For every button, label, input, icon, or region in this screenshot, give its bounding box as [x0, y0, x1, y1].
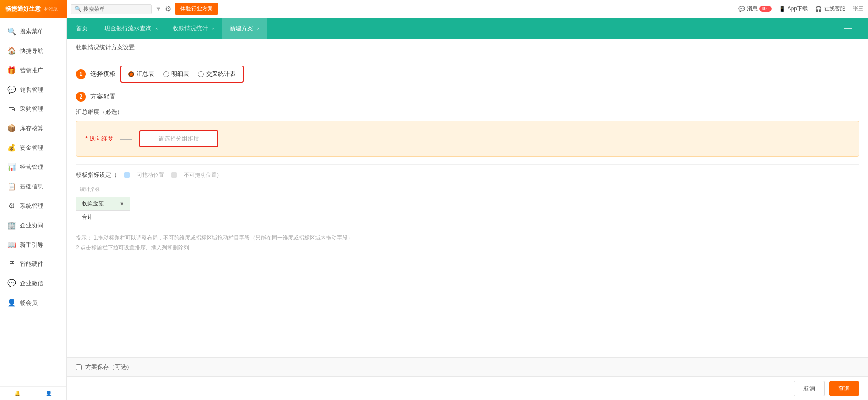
download-btn[interactable]: 📱 App下载 [779, 5, 808, 13]
sidebar-item-label: 搜索菜单 [20, 28, 43, 36]
save-plan-checkbox[interactable] [76, 364, 82, 370]
radio-crosstab[interactable]: 交叉统计表 [198, 70, 236, 78]
main-layout: 🔍 搜索菜单 🏠 快捷导航 🎁 营销推广 💬 销售管理 🛍 采购管理 📦 库存核… [0, 18, 868, 400]
radio-detail[interactable]: 明细表 [163, 70, 189, 78]
stats-table-header[interactable]: 收款金额 ▼ [76, 197, 130, 211]
search-input[interactable] [83, 6, 146, 12]
sidebar-item-label: 经营管理 [20, 163, 43, 171]
wechat-icon: 💬 [7, 279, 16, 287]
gear-icon[interactable]: ⚙ [165, 5, 171, 13]
cancel-button[interactable]: 取消 [794, 381, 825, 396]
logo: 畅捷通好生意 标准版 [0, 0, 67, 18]
radio-crosstab-input[interactable] [198, 71, 204, 77]
tab-home[interactable]: 首页 [67, 18, 97, 39]
sidebar-item-basic-info[interactable]: 📋 基础信息 [0, 177, 66, 196]
sidebar-item-wechat[interactable]: 💬 企业微信 [0, 273, 66, 293]
logo-text: 畅捷通好生意 [5, 5, 41, 13]
radio-detail-label: 明细表 [171, 70, 189, 78]
stats-col-dropdown-icon[interactable]: ▼ [119, 201, 124, 207]
tab-bank-flow-close[interactable]: × [155, 26, 158, 31]
metrics-label-text: 模板指标设定（ [76, 171, 117, 179]
sidebar-item-inventory[interactable]: 📦 库存核算 [0, 118, 66, 138]
dimension-area: * 纵向维度 —— 请选择分组维度 [76, 121, 859, 157]
tabs-right-actions: — ⛶ [844, 24, 868, 33]
sales-icon: 💬 [7, 85, 16, 94]
sidebar-item-label: 资金管理 [20, 144, 43, 152]
save-plan-label[interactable]: 方案保存（可选） [85, 363, 132, 371]
sidebar-item-guide[interactable]: 📖 新手引导 [0, 235, 66, 254]
bottom-section: 方案保存（可选） [67, 357, 868, 376]
search-box[interactable]: 🔍 [71, 4, 152, 14]
step1-header: 1 选择模板 汇总表 明细表 [76, 66, 859, 83]
logo-sub: 标准版 [44, 6, 58, 12]
message-icon: 💬 [738, 6, 745, 12]
trial-button[interactable]: 体验行业方案 [175, 3, 218, 15]
dimension-section: 汇总维度（必选） * 纵向维度 —— 请选择分组维度 [76, 108, 859, 253]
sidebar-item-quick-nav[interactable]: 🏠 快捷导航 [0, 41, 66, 61]
dropdown-arrow-icon[interactable]: ▼ [156, 5, 161, 12]
page-inner: 收款情况统计方案设置 1 选择模板 汇总表 [67, 39, 868, 376]
step1-title: 选择模板 [90, 70, 116, 78]
message-btn[interactable]: 💬 消息 99+ [738, 5, 772, 13]
step2-section: 2 方案配置 汇总维度（必选） * 纵向维度 —— [76, 92, 859, 253]
sidebar-item-marketing[interactable]: 🎁 营销推广 [0, 61, 66, 80]
radio-detail-input[interactable] [163, 71, 169, 77]
sidebar-item-label: 企业协同 [20, 221, 43, 230]
corp-icon: 🏢 [7, 221, 16, 230]
sidebar-bottom-btn2[interactable]: 👤 [35, 391, 63, 396]
tabs-bar: 首页 现金银行流水查询 × 收款情况统计 × 新建方案 × — ⛶ [67, 18, 868, 39]
draggable-label: 可拖动位置 [137, 171, 164, 179]
guide-icon: 📖 [7, 240, 16, 249]
query-button[interactable]: 查询 [829, 381, 859, 396]
sidebar-item-label: 企业微信 [20, 279, 43, 287]
tab-bank-flow[interactable]: 现金银行流水查询 × [97, 18, 165, 39]
member-icon: 👤 [7, 298, 16, 307]
sidebar-item-hardware[interactable]: 🖥 智能硬件 [0, 254, 66, 273]
sidebar-item-member[interactable]: 👤 畅会员 [0, 293, 66, 312]
minimize-icon[interactable]: — [844, 24, 852, 33]
step1-num: 1 [76, 69, 86, 79]
sidebar-item-label: 库存核算 [20, 124, 43, 132]
page-content: 收款情况统计方案设置 1 选择模板 汇总表 [67, 39, 868, 376]
sidebar-item-search-menu[interactable]: 🔍 搜索菜单 [0, 22, 66, 41]
tip-2: 2.点击标题栏下拉可设置排序、插入列和删除列 [76, 243, 859, 253]
sidebar-bottom-btn1[interactable]: 🔔 [4, 391, 32, 396]
sidebar-item-label: 采购管理 [20, 105, 43, 113]
arrow-icon: —— [120, 136, 132, 142]
sidebar-item-management[interactable]: 📊 经营管理 [0, 157, 66, 177]
page-title-bar: 收款情况统计方案设置 [67, 39, 868, 56]
maximize-icon[interactable]: ⛶ [855, 24, 863, 33]
tab-new-plan[interactable]: 新建方案 × [222, 18, 267, 39]
tab-collection-stats-close[interactable]: × [212, 26, 214, 31]
radio-summary-input[interactable] [128, 71, 134, 77]
sidebar-item-system[interactable]: ⚙ 系统管理 [0, 196, 66, 216]
step1-section: 1 选择模板 汇总表 明细表 [76, 66, 859, 83]
stats-table-row: 合计 [76, 211, 130, 224]
sidebar-item-finance[interactable]: 💰 资金管理 [0, 138, 66, 157]
stats-row-value: 合计 [82, 214, 93, 220]
search-icon: 🔍 [75, 6, 81, 12]
service-btn[interactable]: 🎧 在线客服 [815, 5, 845, 13]
service-label: 在线客服 [824, 5, 845, 13]
quick-nav-icon: 🏠 [7, 47, 16, 55]
tab-new-plan-close[interactable]: × [257, 26, 259, 31]
username: 张三 [853, 5, 863, 13]
sidebar-item-corp[interactable]: 🏢 企业协同 [0, 216, 66, 235]
sidebar-bottom: 🔔 👤 [0, 386, 66, 400]
marketing-icon: 🎁 [7, 66, 16, 75]
radio-summary[interactable]: 汇总表 [128, 70, 154, 78]
sidebar-item-sales[interactable]: 💬 销售管理 [0, 80, 66, 99]
sidebar-item-purchase[interactable]: 🛍 采购管理 [0, 99, 66, 118]
stats-table-section-label: 统计指标 [76, 184, 130, 194]
dim-select-box[interactable]: 请选择分组维度 [139, 130, 218, 147]
sidebar-item-label: 快捷导航 [20, 47, 43, 55]
dim-select-placeholder: 请选择分组维度 [158, 135, 199, 142]
message-badge: 99+ [760, 6, 772, 12]
tab-bank-flow-label: 现金银行流水查询 [104, 24, 151, 33]
summary-dim-label: 汇总维度（必选） [76, 108, 859, 116]
service-icon: 🎧 [815, 6, 822, 12]
tab-collection-stats[interactable]: 收款情况统计 × [165, 18, 222, 39]
content-area: 首页 现金银行流水查询 × 收款情况统计 × 新建方案 × — ⛶ [67, 18, 868, 400]
top-bar: 畅捷通好生意 标准版 🔍 ▼ ⚙ 体验行业方案 💬 消息 99+ 📱 App下载… [0, 0, 868, 18]
step2-header: 2 方案配置 [76, 92, 859, 102]
